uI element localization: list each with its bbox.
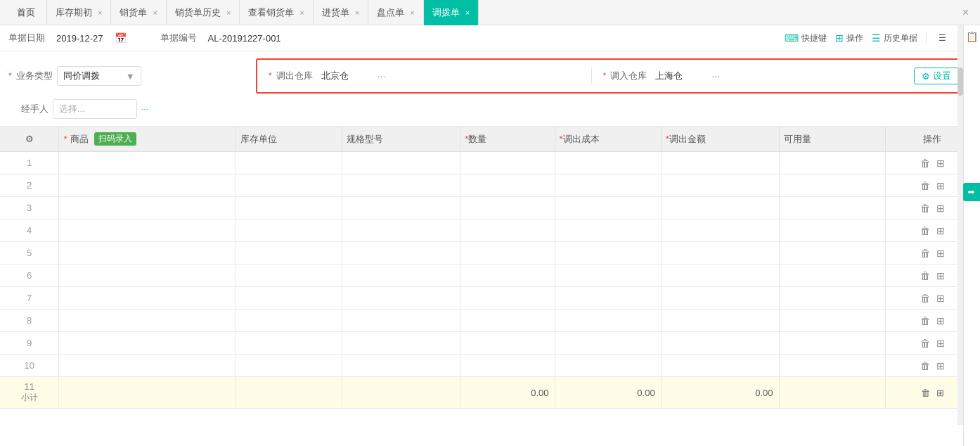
- row-avail-2[interactable]: [779, 174, 885, 197]
- tab-sales-order[interactable]: 销货单 ×: [111, 0, 166, 25]
- row-qty-5[interactable]: [460, 242, 555, 265]
- row-cost-10[interactable]: [555, 355, 661, 377]
- copy-icon-10[interactable]: ⊞: [936, 360, 945, 371]
- row-cost-6[interactable]: [555, 265, 661, 287]
- row-cost-2[interactable]: [555, 174, 661, 197]
- delete-icon-6[interactable]: 🗑: [920, 270, 930, 281]
- copy-icon-5[interactable]: ⊞: [936, 248, 945, 259]
- layout-icon-1[interactable]: ☰: [935, 31, 949, 45]
- row-spec-7[interactable]: [342, 287, 460, 310]
- row-qty-9[interactable]: [460, 332, 555, 355]
- row-amount-10[interactable]: [661, 355, 779, 377]
- row-avail-4[interactable]: [779, 219, 885, 242]
- delete-icon-4[interactable]: 🗑: [920, 225, 930, 236]
- tab-transfer-order[interactable]: 调拨单 ×: [424, 0, 479, 25]
- tab-purchase-order[interactable]: 进货单 ×: [314, 0, 368, 25]
- row-qty-8[interactable]: [460, 310, 555, 332]
- row-unit-3[interactable]: [236, 197, 342, 219]
- row-spec-10[interactable]: [342, 355, 460, 377]
- row-avail-7[interactable]: [779, 287, 885, 310]
- handler-more-btn[interactable]: ···: [141, 104, 148, 114]
- row-spec-6[interactable]: [342, 265, 460, 287]
- row-spec-3[interactable]: [342, 197, 460, 219]
- row-spec-2[interactable]: [342, 174, 460, 197]
- row-avail-5[interactable]: [779, 242, 885, 265]
- window-close-button[interactable]: ×: [957, 6, 974, 19]
- row-product-3[interactable]: [59, 197, 236, 219]
- subtotal-delete-icon[interactable]: 🗑: [921, 388, 930, 398]
- delete-icon-8[interactable]: 🗑: [920, 315, 930, 326]
- table-container[interactable]: ⚙ * 商品 扫码录入 库存单位 规格型号 *数量: [0, 127, 980, 446]
- row-unit-2[interactable]: [236, 174, 342, 197]
- delete-icon-3[interactable]: 🗑: [920, 203, 930, 214]
- right-panel-doc-icon[interactable]: 📋: [967, 31, 978, 43]
- row-product-4[interactable]: [59, 219, 236, 242]
- copy-icon-1[interactable]: ⊞: [936, 158, 945, 169]
- out-warehouse-more-btn[interactable]: ···: [378, 70, 386, 82]
- row-amount-1[interactable]: [661, 152, 779, 174]
- row-cost-5[interactable]: [555, 242, 661, 265]
- subtotal-copy-icon[interactable]: ⊞: [936, 388, 944, 398]
- row-unit-1[interactable]: [236, 152, 342, 174]
- row-amount-2[interactable]: [661, 174, 779, 197]
- row-qty-7[interactable]: [460, 287, 555, 310]
- copy-icon-4[interactable]: ⊞: [936, 225, 945, 236]
- row-avail-8[interactable]: [779, 310, 885, 332]
- history-btn[interactable]: ☰ 历史单据: [872, 32, 917, 44]
- row-product-8[interactable]: [59, 310, 236, 332]
- row-product-5[interactable]: [59, 242, 236, 265]
- row-cost-4[interactable]: [555, 219, 661, 242]
- tab-view-sales[interactable]: 查看销货单 ×: [240, 0, 313, 25]
- ops-btn[interactable]: ⊞ 操作: [835, 32, 863, 44]
- scan-button[interactable]: 扫码录入: [94, 132, 136, 146]
- tab-inventory-init-close[interactable]: ×: [98, 8, 102, 17]
- row-cost-3[interactable]: [555, 197, 661, 219]
- row-cost-7[interactable]: [555, 287, 661, 310]
- tab-transfer-order-close[interactable]: ×: [465, 8, 470, 17]
- scrollbar-thumb[interactable]: [958, 68, 963, 96]
- row-amount-3[interactable]: [661, 197, 779, 219]
- row-unit-10[interactable]: [236, 355, 342, 377]
- row-spec-9[interactable]: [342, 332, 460, 355]
- shortcut-btn[interactable]: ⌨ 快捷键: [785, 32, 827, 44]
- row-amount-9[interactable]: [661, 332, 779, 355]
- row-unit-9[interactable]: [236, 332, 342, 355]
- tab-purchase-order-close[interactable]: ×: [355, 8, 359, 17]
- row-unit-7[interactable]: [236, 287, 342, 310]
- delete-icon-2[interactable]: 🗑: [920, 180, 930, 191]
- row-qty-6[interactable]: [460, 265, 555, 287]
- calendar-icon[interactable]: 📅: [115, 32, 127, 44]
- delete-icon-5[interactable]: 🗑: [920, 248, 930, 259]
- row-cost-1[interactable]: [555, 152, 661, 174]
- row-product-10[interactable]: [59, 355, 236, 377]
- copy-icon-6[interactable]: ⊞: [936, 270, 945, 281]
- row-product-7[interactable]: [59, 287, 236, 310]
- row-spec-4[interactable]: [342, 219, 460, 242]
- tab-sales-history[interactable]: 销货单历史 ×: [167, 0, 240, 25]
- row-unit-6[interactable]: [236, 265, 342, 287]
- delete-icon-10[interactable]: 🗑: [920, 360, 930, 371]
- delete-icon-1[interactable]: 🗑: [920, 158, 930, 169]
- row-cost-9[interactable]: [555, 332, 661, 355]
- right-teal-expand-btn[interactable]: ⬆: [963, 183, 980, 201]
- tab-inventory-init[interactable]: 库存期初 ×: [47, 0, 111, 25]
- copy-icon-8[interactable]: ⊞: [936, 315, 945, 326]
- tab-sales-history-close[interactable]: ×: [226, 8, 231, 17]
- row-avail-3[interactable]: [779, 197, 885, 219]
- row-amount-8[interactable]: [661, 310, 779, 332]
- in-warehouse-more-btn[interactable]: ···: [711, 70, 720, 82]
- row-product-9[interactable]: [59, 332, 236, 355]
- row-product-1[interactable]: [59, 152, 236, 174]
- row-qty-10[interactable]: [460, 355, 555, 377]
- col-settings[interactable]: ⚙: [0, 127, 59, 152]
- row-spec-1[interactable]: [342, 152, 460, 174]
- tab-sales-order-close[interactable]: ×: [153, 8, 157, 17]
- row-amount-4[interactable]: [661, 219, 779, 242]
- row-spec-5[interactable]: [342, 242, 460, 265]
- row-avail-10[interactable]: [779, 355, 885, 377]
- row-product-6[interactable]: [59, 265, 236, 287]
- handler-select[interactable]: 选择...: [53, 99, 137, 119]
- row-cost-8[interactable]: [555, 310, 661, 332]
- setting-button[interactable]: ⚙ 设置: [914, 68, 959, 84]
- row-avail-9[interactable]: [779, 332, 885, 355]
